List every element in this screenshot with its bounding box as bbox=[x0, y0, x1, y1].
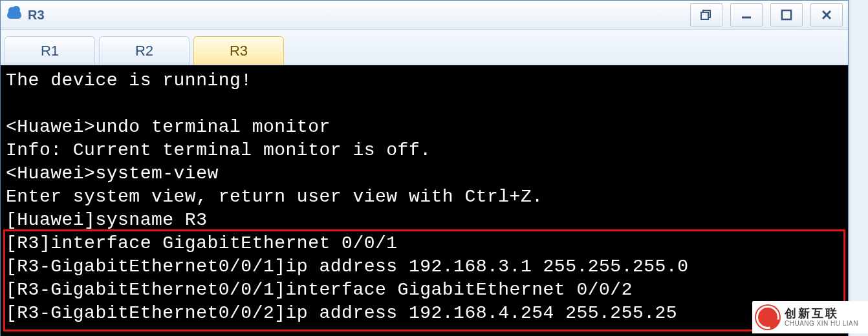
watermark-text-pinyin: CHUANG XIN HU LIAN bbox=[785, 320, 858, 327]
svg-rect-1 bbox=[701, 12, 708, 19]
watermark-logo-icon bbox=[755, 304, 781, 330]
maximize-icon bbox=[780, 8, 793, 21]
svg-rect-3 bbox=[782, 10, 791, 19]
maximize-button[interactable] bbox=[770, 3, 803, 26]
minimize-icon bbox=[740, 8, 753, 21]
close-button[interactable] bbox=[810, 3, 843, 26]
tab-r2[interactable]: R2 bbox=[99, 36, 190, 65]
tab-r1[interactable]: R1 bbox=[5, 36, 95, 65]
restore-extra-button[interactable] bbox=[690, 3, 722, 26]
watermark-text-cn: 创新互联 bbox=[785, 308, 858, 320]
terminal-output: The device is running! <Huawei>undo term… bbox=[1, 65, 848, 325]
terminal-area[interactable]: The device is running! <Huawei>undo term… bbox=[1, 65, 848, 336]
restore-icon bbox=[700, 8, 713, 21]
close-icon bbox=[820, 8, 833, 21]
minimize-button[interactable] bbox=[730, 3, 763, 26]
window-title: R3 bbox=[28, 8, 45, 23]
watermark: 创新互联 CHUANG XIN HU LIAN bbox=[752, 301, 868, 333]
tab-strip: R1 R2 R3 bbox=[1, 30, 848, 65]
terminal-window: R3 R1 R2 R3 The device is running! <Huaw… bbox=[0, 0, 849, 336]
tab-r3[interactable]: R3 bbox=[193, 36, 284, 65]
titlebar[interactable]: R3 bbox=[1, 1, 848, 30]
app-cloud-icon bbox=[7, 8, 23, 21]
